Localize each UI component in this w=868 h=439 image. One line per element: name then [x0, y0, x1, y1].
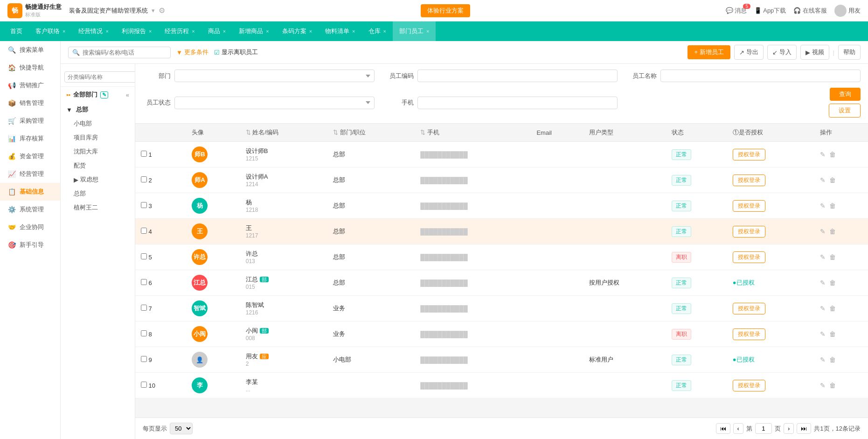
- delete-icon[interactable]: 🗑: [829, 305, 836, 312]
- authorize-button[interactable]: 授权登录: [733, 226, 765, 237]
- sidebar-item-营销推广[interactable]: 📢营销推广: [0, 77, 60, 94]
- sidebar-item-搜索菜单[interactable]: 🔍搜索菜单: [0, 41, 60, 59]
- authorize-button[interactable]: 授权登录: [733, 251, 765, 263]
- nav-tab-仓库[interactable]: 仓库×: [362, 21, 393, 41]
- row-checkbox[interactable]: [141, 356, 147, 362]
- filter-empname-input[interactable]: [660, 70, 861, 82]
- nav-tab-利润报告[interactable]: 利润报告×: [115, 21, 158, 41]
- sort-icon[interactable]: ⇅: [333, 129, 338, 136]
- app-download[interactable]: 📱 App下载: [754, 7, 786, 15]
- delete-icon[interactable]: 🗑: [829, 176, 836, 184]
- delete-icon[interactable]: 🗑: [829, 330, 836, 338]
- row-checkbox[interactable]: [141, 305, 147, 311]
- edit-icon[interactable]: ✎: [820, 202, 826, 209]
- filter-empcode-input[interactable]: [417, 70, 618, 82]
- close-tab-icon[interactable]: ×: [426, 28, 429, 34]
- sidebar-item-系统管理[interactable]: ⚙️系统管理: [0, 201, 60, 218]
- delete-icon[interactable]: 🗑: [829, 253, 836, 261]
- nav-tab-经营情况[interactable]: 经营情况×: [72, 21, 115, 41]
- delete-icon[interactable]: 🗑: [829, 279, 836, 286]
- last-page-btn[interactable]: ⏭: [797, 423, 811, 434]
- notification-area[interactable]: 💬 5 消息: [726, 7, 747, 15]
- delete-icon[interactable]: 🗑: [829, 202, 836, 209]
- prev-page-btn[interactable]: ‹: [733, 423, 743, 434]
- edit-icon[interactable]: ✎: [820, 382, 826, 389]
- authorize-button[interactable]: 授权登录: [733, 149, 765, 160]
- trial-button[interactable]: 体验行业方案: [421, 4, 470, 17]
- nav-tab-部门员工[interactable]: 部门员工×: [393, 21, 436, 41]
- user-area[interactable]: 用友: [834, 5, 861, 17]
- edit-icon[interactable]: ✎: [820, 356, 826, 363]
- delete-icon[interactable]: 🗑: [829, 356, 836, 363]
- first-page-btn[interactable]: ⏮: [716, 423, 730, 434]
- authorize-button[interactable]: 授权登录: [733, 380, 765, 391]
- close-tab-icon[interactable]: ×: [309, 28, 312, 34]
- sidebar-item-经营管理[interactable]: 📈经营管理: [0, 165, 60, 183]
- edit-icon[interactable]: ✎: [820, 176, 826, 184]
- delete-icon[interactable]: 🗑: [829, 228, 836, 235]
- authorize-button[interactable]: 授权登录: [733, 303, 765, 314]
- row-checkbox[interactable]: [141, 202, 147, 208]
- dept-item-双虑想[interactable]: ▶双虑想: [61, 173, 135, 187]
- edit-icon[interactable]: ✎: [820, 305, 826, 312]
- sidebar-item-资金管理[interactable]: 💰资金管理: [0, 147, 60, 165]
- row-checkbox[interactable]: [141, 279, 147, 285]
- filter-dept-select[interactable]: [174, 70, 375, 82]
- page-input[interactable]: [755, 423, 772, 434]
- search-input[interactable]: [83, 49, 167, 56]
- row-checkbox[interactable]: [141, 330, 147, 336]
- sidebar-item-新手引导[interactable]: 🎯新手引导: [0, 236, 60, 254]
- close-tab-icon[interactable]: ×: [192, 28, 194, 34]
- close-tab-icon[interactable]: ×: [105, 28, 108, 34]
- dept-item-配货[interactable]: 配货: [61, 159, 135, 173]
- nav-tab-客户联络[interactable]: 客户联络×: [29, 21, 72, 41]
- show-resigned-toggle[interactable]: ☑ 显示离职员工: [214, 48, 258, 56]
- nav-tab-新增商品[interactable]: 新增商品×: [232, 21, 275, 41]
- nav-tab-首页[interactable]: 首页: [4, 21, 29, 41]
- search-box[interactable]: 🔍: [68, 47, 171, 58]
- authorize-button[interactable]: 授权登录: [733, 200, 765, 212]
- close-tab-icon[interactable]: ×: [62, 28, 65, 34]
- edit-icon[interactable]: ✎: [820, 253, 826, 261]
- next-page-btn[interactable]: ›: [784, 423, 794, 434]
- sort-icon[interactable]: ⇅: [246, 129, 251, 136]
- sidebar-item-基础信息[interactable]: 📋基础信息: [0, 183, 60, 201]
- row-checkbox[interactable]: [141, 151, 147, 157]
- delete-icon[interactable]: 🗑: [829, 151, 836, 158]
- dept-item-植树王二[interactable]: 植树王二: [61, 201, 135, 215]
- online-service[interactable]: 🎧 在线客服: [793, 7, 827, 15]
- edit-icon[interactable]: ✎: [820, 151, 826, 158]
- nav-tab-条码方案[interactable]: 条码方案×: [276, 21, 319, 41]
- export-button[interactable]: ↗ 导出: [734, 45, 764, 60]
- query-button[interactable]: 查询: [830, 88, 861, 101]
- close-tab-icon[interactable]: ×: [266, 28, 269, 34]
- close-tab-icon[interactable]: ×: [149, 28, 152, 34]
- import-button[interactable]: ↙ 导入: [767, 45, 797, 60]
- sidebar-item-库存核算[interactable]: 📊库存核算: [0, 130, 60, 147]
- delete-icon[interactable]: 🗑: [829, 382, 836, 389]
- close-tab-icon[interactable]: ×: [352, 28, 355, 34]
- sidebar-item-销售管理[interactable]: 📦销售管理: [0, 94, 60, 112]
- dept-edit-icon[interactable]: ✎: [100, 91, 108, 98]
- add-employee-button[interactable]: + 新增员工: [687, 45, 730, 59]
- row-checkbox[interactable]: [141, 253, 147, 259]
- dept-item-沈阳大库[interactable]: 沈阳大库: [61, 145, 135, 159]
- filter-phone-input[interactable]: [417, 97, 618, 109]
- nav-tab-商品[interactable]: 商品×: [201, 21, 232, 41]
- dept-item-小电部[interactable]: 小电部: [61, 117, 135, 131]
- edit-icon[interactable]: ✎: [820, 279, 826, 286]
- sidebar-item-快捷导航[interactable]: 🏠快捷导航: [0, 59, 60, 77]
- row-checkbox[interactable]: [141, 382, 147, 388]
- dept-item-项目库房[interactable]: 项目库房: [61, 131, 135, 145]
- nav-tab-经营历程[interactable]: 经营历程×: [158, 21, 201, 41]
- system-title-dropdown-icon[interactable]: ▾: [152, 7, 155, 14]
- filter-status-select[interactable]: [174, 97, 375, 109]
- page-size-select[interactable]: 50: [170, 423, 193, 434]
- close-tab-icon[interactable]: ×: [223, 28, 226, 34]
- gear-icon[interactable]: ⚙: [159, 6, 165, 15]
- close-tab-icon[interactable]: ×: [383, 28, 386, 34]
- edit-icon[interactable]: ✎: [820, 228, 826, 235]
- dept-search-input[interactable]: [64, 71, 135, 83]
- reset-button[interactable]: 设置: [829, 104, 861, 118]
- sidebar-item-采购管理[interactable]: 🛒采购管理: [0, 112, 60, 130]
